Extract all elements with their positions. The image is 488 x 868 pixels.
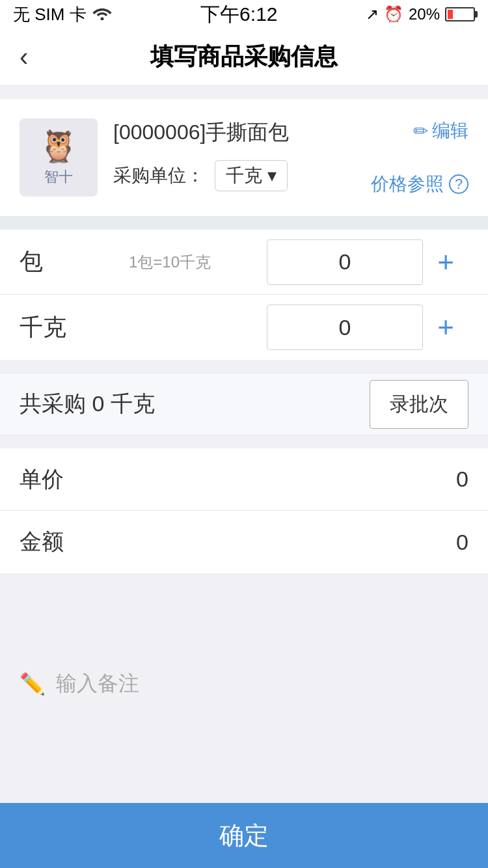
battery-percentage: 20% [409,5,440,23]
battery-icon [445,7,475,21]
section-separator [0,217,488,230]
summary-row: 共采购 0 千克 录批次 [0,373,488,435]
bao-plus-button[interactable]: + [423,239,468,285]
unit-select[interactable]: 千克 ▾ [215,160,288,191]
unit-label: 采购单位： [113,163,204,188]
bao-row: 包 1包=10千克 + [0,230,488,295]
bao-sublabel: 1包=10千克 [129,252,211,273]
unit-price-row: 单价 0 [0,448,488,511]
product-card: 🦉 智十 [0000006]手撕面包 采购单位： 千克 ▾ ✏ 编辑 价格参照 … [0,99,488,217]
alarm-icon: ⏰ [384,5,403,23]
kg-label: 千克 [20,312,124,344]
amount-row: 金额 0 [0,511,488,573]
unit-price-label: 单价 [20,465,64,495]
network-status: 无 SIM 卡 [13,3,87,26]
edit-icon: ✏ [413,120,428,142]
owl-icon: 🦉 [39,128,78,165]
summary-text: 共采购 0 千克 [20,389,155,419]
help-icon: ? [449,174,468,194]
bao-input[interactable] [267,239,423,285]
plus-icon-2: + [437,313,454,342]
status-left: 无 SIM 卡 [13,3,113,26]
price-ref-button[interactable]: 价格参照 ? [371,172,468,197]
amount-value: 0 [456,530,468,555]
wifi-icon [92,5,113,25]
bao-label: 包 [20,246,124,278]
input-section: 包 1包=10千克 + 千克 + [0,230,488,360]
edit-button[interactable]: ✏ 编辑 [413,118,468,143]
location-icon: ↗ [366,5,379,23]
remark-section[interactable]: ✏️ 输入备注 [0,586,488,781]
status-bar: 无 SIM 卡 下午6:12 ↗ ⏰ 20% [0,0,488,29]
product-thumbnail: 🦉 智十 [20,118,98,197]
amount-label: 金额 [20,527,64,557]
svg-point-0 [100,17,103,20]
status-right: ↗ ⏰ 20% [366,5,475,23]
kg-plus-button[interactable]: + [423,305,468,350]
plus-icon: + [437,248,454,277]
back-button[interactable]: ‹ [20,42,28,72]
remark-placeholder: 输入备注 [56,670,139,698]
kg-row: 千克 + [0,295,488,360]
nav-bar: ‹ 填写商品采购信息 [0,29,488,86]
status-time: 下午6:12 [200,1,277,28]
kg-input[interactable] [267,305,423,350]
price-section: 单价 0 金额 0 [0,448,488,573]
page-title: 填写商品采购信息 [150,41,338,73]
confirm-button[interactable]: 确定 [0,803,488,868]
brand-label: 智十 [44,167,73,187]
product-code: [0000006] [113,120,206,144]
batch-button[interactable]: 录批次 [370,380,468,429]
unit-price-value: 0 [456,467,468,492]
pencil-icon: ✏️ [20,671,46,696]
